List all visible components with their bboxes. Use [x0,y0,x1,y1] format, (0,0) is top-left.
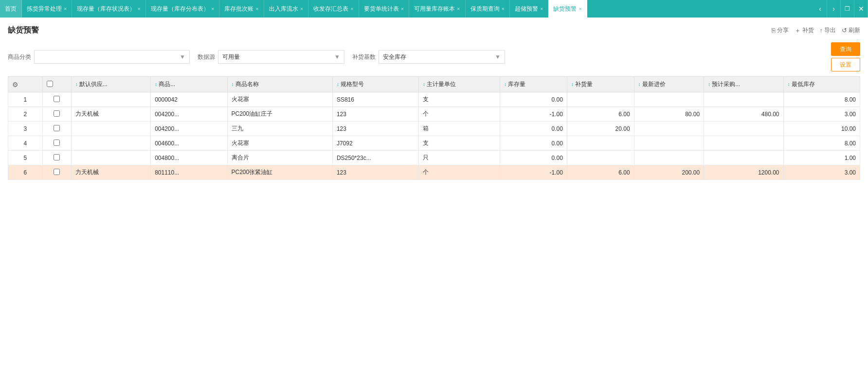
share-icon: ⎘ [772,27,776,34]
tab-demand[interactable]: 要货单统计表× [359,0,409,18]
th-name[interactable]: ↕商品名称 [227,77,332,92]
th-replenish[interactable]: ↕补货量 [567,77,634,92]
cell-name: 离合片 [227,151,332,165]
tab-close-overstock[interactable]: × [540,6,543,12]
tab-inout-flow[interactable]: 出入库流水× [264,0,308,18]
cell-checkbox[interactable] [42,92,71,107]
tab-stock-dist[interactable]: 现存量（库存分布表）× [146,0,219,18]
th-replenish-label: 补货量 [575,80,593,88]
tab-home[interactable]: 首页 [0,0,22,18]
th-checkbox[interactable] [42,77,71,92]
cell-spec: 123 [332,122,418,136]
refresh-action[interactable]: ↺ 刷新 [842,26,860,35]
tab-label-stock-dist: 现存量（库存分布表） [151,5,209,13]
tab-expiry[interactable]: 保质期查询× [466,0,510,18]
row-checkbox-3[interactable] [54,140,60,146]
th-stock[interactable]: ↕库存量 [500,77,567,92]
th-minstock[interactable]: ↕最低库存 [783,77,860,92]
sort-icon-supplier: ↕ [75,82,78,87]
cell-checkbox[interactable] [42,136,71,151]
row-checkbox-2[interactable] [54,125,60,131]
data-table: ⚙ ↕默认供应... ↕商品... ↕商品名称 ↕规格型号 ↕ [8,76,860,180]
th-spec[interactable]: ↕规格型号 [332,77,418,92]
sort-icon-code: ↕ [155,82,157,87]
cell-price: 200.00 [634,165,704,180]
tab-close-expiry[interactable]: × [502,6,505,12]
tab-restore[interactable]: ❐ [841,0,854,18]
tab-label-abnormal: 拣货异常处理 [27,5,62,13]
cell-supplier: 力天机械 [71,165,150,180]
tab-scroll-next[interactable]: › [827,0,841,18]
gear-icon[interactable]: ⚙ [12,81,18,88]
category-select[interactable]: ▼ [34,50,190,64]
tab-close-inout-flow[interactable]: × [300,6,303,12]
cell-code: 004200... [151,122,227,136]
th-unit[interactable]: ↕主计量单位 [418,77,500,92]
tab-close-abnormal[interactable]: × [64,6,67,12]
cell-supplier [71,136,150,151]
filter-row: 商品分类 ▼ 数据源 可用量 ▼ 补货基数 安全库存 ▼ 查询 设置 [8,42,860,71]
cell-supplier [71,92,150,107]
tab-overstock[interactable]: 超储预警× [510,0,548,18]
row-checkbox-0[interactable] [54,96,60,102]
cell-stock: -1.00 [500,165,567,180]
share-action[interactable]: ⎘ 分享 [772,26,789,35]
select-all-checkbox[interactable] [47,81,53,87]
th-unit-label: 主计量单位 [427,80,456,88]
cell-stock: 0.00 [500,136,567,151]
cell-minstock: 8.00 [783,92,860,107]
tab-close-stock-status[interactable]: × [137,6,140,12]
row-checkbox-5[interactable] [54,169,60,175]
tab-batch[interactable]: 库存批次账× [219,0,264,18]
share-label: 分享 [777,26,789,35]
replenish-basis-label: 补货基数 [352,53,376,61]
tab-close-collect[interactable]: × [350,6,353,12]
cell-minstock: 1.00 [783,151,860,165]
cell-code: 004800... [151,151,227,165]
cell-checkbox[interactable] [42,107,71,122]
cell-checkbox[interactable] [42,151,71,165]
tab-stock-status[interactable]: 现存量（库存状况表）× [72,0,145,18]
tab-available[interactable]: 可用量库存账本× [409,0,465,18]
table-body: 10000042火花塞SS816支0.008.002力天机械004200...P… [8,92,860,180]
row-checkbox-1[interactable] [54,110,60,117]
tab-close-shortage[interactable]: × [579,6,581,12]
tab-scroll-prev[interactable]: ‹ [814,0,827,18]
sort-icon-minstock: ↕ [788,82,790,87]
replenish-basis-select[interactable]: 安全库存 ▼ [379,50,505,64]
th-purchase[interactable]: ↕预计采购... [704,77,783,92]
cell-checkbox[interactable] [42,165,71,180]
tab-close-batch[interactable]: × [255,6,258,12]
cell-name: 三九 [227,122,332,136]
cell-replenish [567,151,634,165]
th-price[interactable]: ↕最新进价 [634,77,704,92]
tab-abnormal[interactable]: 拣货异常处理× [22,0,72,18]
tab-close-stock-dist[interactable]: × [211,6,214,12]
tab-collect[interactable]: 收发存汇总表× [308,0,359,18]
th-name-label: 商品名称 [235,80,259,88]
th-price-label: 最新进价 [642,80,666,88]
replenish-action[interactable]: ＋ 补货 [795,26,814,35]
cell-stock: 0.00 [500,92,567,107]
th-supplier[interactable]: ↕默认供应... [71,77,150,92]
cell-checkbox[interactable] [42,122,71,136]
settings-button[interactable]: 设置 [831,58,860,71]
cell-stock: -1.00 [500,107,567,122]
tab-close-all[interactable]: ✕ [854,0,868,18]
tab-label-home: 首页 [5,5,17,13]
sort-icon-price: ↕ [638,82,641,87]
th-gear[interactable]: ⚙ [8,77,43,92]
query-button[interactable]: 查询 [831,42,860,56]
export-action[interactable]: ↑ 导出 [820,26,836,35]
cell-name: PC200油缸庄子 [227,107,332,122]
th-code[interactable]: ↕商品... [151,77,227,92]
category-filter-group: 商品分类 ▼ [8,50,190,64]
tab-close-available[interactable]: × [457,6,460,12]
row-checkbox-4[interactable] [54,154,60,160]
main-content: 缺货预警 ⎘ 分享 ＋ 补货 ↑ 导出 ↺ 刷新 商品分类 [0,18,868,387]
datasource-select[interactable]: 可用量 ▼ [218,50,344,64]
cell-spec: 123 [332,165,418,180]
tab-label-stock-status: 现存量（库存状况表） [77,5,135,13]
tab-close-demand[interactable]: × [401,6,404,12]
tab-shortage[interactable]: 缺货预警× [548,0,587,18]
